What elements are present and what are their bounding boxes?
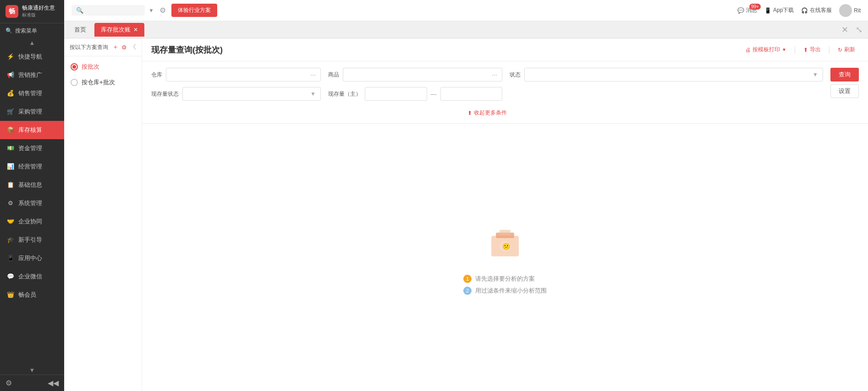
member-icon: 👑 <box>6 291 15 299</box>
print-btn[interactable]: 🖨 按模板打印 ▼ <box>742 44 790 55</box>
sidebar-item-inventory[interactable]: 📦 库存核算 <box>0 121 64 139</box>
inventory-icon: 📦 <box>6 126 15 134</box>
settings-icon[interactable]: ⚙ <box>5 379 12 387</box>
expand-icon[interactable]: ⤡ <box>854 25 864 35</box>
sidebar-scroll-up[interactable]: ▲ <box>0 38 64 48</box>
tab-inventory-batch[interactable]: 库存批次账 ✕ <box>94 23 144 37</box>
sidebar-item-finance[interactable]: 💵 资金管理 <box>0 139 64 157</box>
close-panel-btn[interactable]: ✕ <box>838 25 852 35</box>
left-panel: 按以下方案查询 ＋ ⚙ 《 按批次 <box>64 38 142 391</box>
sidebar-item-enterprise[interactable]: 🤝 企业协同 <box>0 212 64 231</box>
gear-scheme-icon[interactable]: ⚙ <box>121 44 127 51</box>
sidebar-item-marketing[interactable]: 📢 营销推广 <box>0 66 64 84</box>
basics-icon: 📋 <box>6 181 15 189</box>
empty-icon: 😕 <box>482 220 528 266</box>
topbar-gear-icon[interactable]: ⚙ <box>158 4 168 16</box>
collapse-label: 收起更多条件 <box>474 109 507 117</box>
export-btn[interactable]: ⬆ 导出 <box>800 44 824 55</box>
sidebar-item-label: 企业协同 <box>18 217 42 226</box>
page-title: 现存量查询(按批次) <box>151 44 223 55</box>
sidebar-item-wechat[interactable]: 💬 企业微信 <box>0 267 64 286</box>
warehouse-label: 仓库 <box>151 71 162 79</box>
sidebar-item-label: 营销推广 <box>18 71 42 79</box>
topbar-search-icon: 🔍 <box>76 7 83 14</box>
app-download-icon: 📱 <box>764 7 771 14</box>
tab-bar: 首页 库存批次账 ✕ ✕ ⤡ <box>64 21 868 38</box>
print-dropdown-icon[interactable]: ▼ <box>782 47 786 52</box>
warehouse-more-icon[interactable]: ··· <box>310 71 316 78</box>
scheme-list: 按批次 按仓库+批次 <box>64 56 142 93</box>
sidebar-item-newbie[interactable]: 🎓 新手引导 <box>0 231 64 249</box>
notification-btn[interactable]: 💬 消息 99+ <box>737 6 757 14</box>
collapse-panel-icon[interactable]: 《 <box>130 43 136 51</box>
tip-num-2: 2 <box>463 287 472 295</box>
scheme-item-batch[interactable]: 按批次 <box>64 59 142 75</box>
sidebar-item-app-center[interactable]: 📱 应用中心 <box>0 249 64 267</box>
svg-text:😕: 😕 <box>502 243 511 250</box>
sidebar-item-basics[interactable]: 📋 基础信息 <box>0 176 64 194</box>
topbar-search-box[interactable]: 🔍 <box>71 5 145 16</box>
filter-section: 仓库 ··· 商品 <box>151 68 859 117</box>
print-icon: 🖨 <box>745 47 751 53</box>
page-header-actions: 🖨 按模板打印 ▼ ⬆ 导出 ↻ 刷新 <box>742 44 859 55</box>
goods-input[interactable]: ··· <box>343 68 502 81</box>
tip-text-1: 请先选择要分析的方案 <box>475 275 535 283</box>
scheme-item-label: 按批次 <box>82 63 99 71</box>
sidebar-search-label: 搜索菜单 <box>15 27 37 35</box>
sidebar-item-sales[interactable]: 💰 销售管理 <box>0 84 64 103</box>
table-area: 😕 1 请先选择要分析的方案 2 用过滤条件来缩小分析范围 <box>142 124 868 391</box>
inventory-status-select[interactable]: ▼ <box>182 87 321 101</box>
topbar-search-input[interactable] <box>86 7 132 14</box>
user-menu[interactable]: Rit <box>839 4 861 17</box>
tab-close-icon[interactable]: ✕ <box>133 27 138 33</box>
warehouse-input[interactable]: ··· <box>166 68 321 81</box>
sidebar-item-quick-nav[interactable]: ⚡ 快捷导航 <box>0 48 64 66</box>
app-logo: 畅 <box>5 5 18 18</box>
collapse-sidebar-icon[interactable]: ◀◀ <box>48 379 59 387</box>
newbie-icon: 🎓 <box>6 236 15 244</box>
filter-col-1: 仓库 ··· 商品 <box>151 68 823 117</box>
query-btn[interactable]: 查询 <box>830 68 859 81</box>
add-scheme-icon[interactable]: ＋ <box>112 43 119 51</box>
app-title-block: 畅康通好生意 标准版 <box>22 5 55 18</box>
header-sep-1 <box>795 46 795 54</box>
sidebar-item-label: 销售管理 <box>18 89 42 98</box>
inventory-qty-to[interactable] <box>440 87 503 101</box>
left-panel-header: 按以下方案查询 ＋ ⚙ 《 <box>64 38 142 56</box>
app-download-btn[interactable]: 📱 App下载 <box>764 6 794 14</box>
experience-btn[interactable]: 体验行业方案 <box>171 4 217 17</box>
sidebar-item-label: 资金管理 <box>18 144 42 152</box>
online-service-btn[interactable]: 🎧 在线客服 <box>801 6 832 14</box>
sidebar-search[interactable]: 🔍 搜索菜单 <box>0 23 64 38</box>
sidebar-item-label: 基础信息 <box>18 181 42 189</box>
sidebar-scroll-down[interactable]: ▼ <box>0 365 64 375</box>
avatar <box>839 4 852 17</box>
filter-group-inventory-qty: 现存量（主） — <box>328 87 502 101</box>
topbar-dropdown-arrow[interactable]: ▼ <box>148 7 154 14</box>
filter-collapse-row: ⬆ 收起更多条件 <box>151 106 823 117</box>
sales-icon: 💰 <box>6 89 15 98</box>
refresh-btn[interactable]: ↻ 刷新 <box>834 44 859 55</box>
app-download-label: App下载 <box>773 6 794 14</box>
page-header: 现存量查询(按批次) 🖨 按模板打印 ▼ ⬆ 导出 <box>142 38 868 61</box>
scheme-dot-empty <box>71 79 78 86</box>
goods-more-icon[interactable]: ··· <box>492 71 497 78</box>
sidebar-item-member[interactable]: 👑 畅会员 <box>0 286 64 304</box>
settings-btn[interactable]: 设置 <box>830 84 859 98</box>
main-area: 🔍 ▼ ⚙ 体验行业方案 💬 消息 99+ 📱 App下载 🎧 <box>64 0 868 391</box>
scheme-item-warehouse-batch[interactable]: 按仓库+批次 <box>64 75 142 90</box>
print-label: 按模板打印 <box>753 46 780 54</box>
tab-home[interactable]: 首页 <box>68 23 93 37</box>
empty-tips: 1 请先选择要分析的方案 2 用过滤条件来缩小分析范围 <box>463 275 547 295</box>
inventory-qty-from[interactable] <box>365 87 427 101</box>
sidebar-item-label: 应用中心 <box>18 254 42 262</box>
filter-area: 仓库 ··· 商品 <box>142 61 868 124</box>
sidebar-item-purchase[interactable]: 🛒 采购管理 <box>0 103 64 121</box>
sidebar-item-label: 库存核算 <box>18 126 42 134</box>
sidebar-header: 畅 畅康通好生意 标准版 <box>0 0 64 23</box>
sidebar-item-system[interactable]: ⚙ 系统管理 <box>0 194 64 212</box>
inventory-status-label: 现存量状态 <box>151 90 179 98</box>
status-select[interactable]: ▼ <box>524 68 823 81</box>
collapse-btn[interactable]: ⬆ 收起更多条件 <box>467 109 507 117</box>
sidebar-item-operations[interactable]: 📊 经营管理 <box>0 157 64 176</box>
